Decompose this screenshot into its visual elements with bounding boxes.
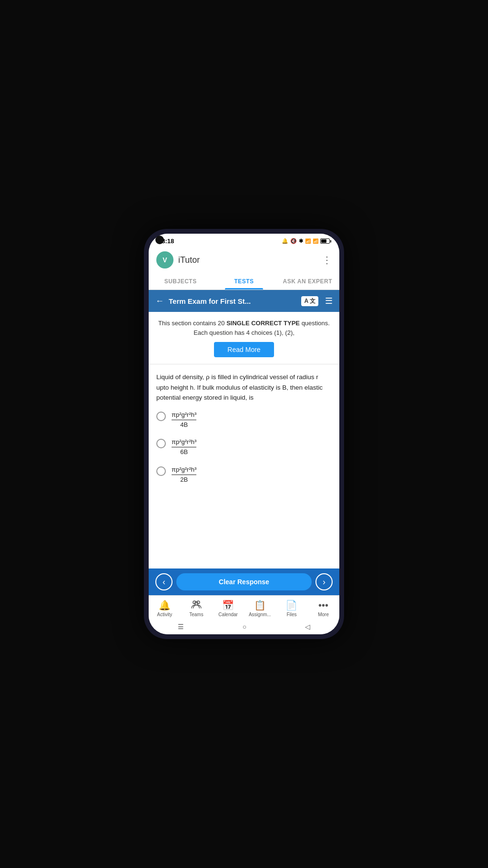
- app-header: V iTutor ⋮: [149, 247, 339, 273]
- battery-icon: [320, 238, 330, 244]
- read-more-button[interactable]: Read More: [214, 342, 274, 357]
- assignments-icon: 📋: [254, 599, 266, 611]
- option-a[interactable]: πp²g²r²h³ 4B: [156, 411, 332, 429]
- info-text: This section contains 20 SINGLE CORRECT …: [156, 319, 332, 337]
- prev-icon: ‹: [163, 577, 165, 587]
- info-box: This section contains 20 SINGLE CORRECT …: [149, 312, 339, 364]
- option-a-formula: πp²g²r²h³ 4B: [172, 411, 196, 429]
- info-text-bold: SINGLE CORRECT TYPE: [226, 320, 300, 327]
- teams-icon: [191, 600, 202, 611]
- mute-icon: 🔇: [290, 238, 297, 244]
- question-text: Liquid of density, ρ is filled in cylind…: [156, 372, 332, 403]
- exam-title: Term Exam for First St...: [169, 297, 296, 305]
- status-icons: 🔔 🔇 ✱ 📶 📶: [282, 238, 330, 244]
- android-home-btn[interactable]: ○: [243, 623, 246, 630]
- option-c-formula: πp²g²r²h³ 2B: [172, 465, 196, 484]
- activity-icon: 🔔: [159, 599, 171, 611]
- option-b[interactable]: πp²g²r²h³ 6B: [156, 438, 332, 456]
- clear-response-button[interactable]: Clear Response: [176, 573, 312, 590]
- option-b-formula: πp²g²r²h³ 6B: [172, 438, 196, 456]
- next-icon: ›: [323, 577, 325, 587]
- option-a-radio[interactable]: [156, 412, 166, 421]
- assignments-label: Assignm...: [249, 612, 271, 617]
- tab-ask-expert-label: ASK AN EXPERT: [283, 278, 332, 285]
- avatar: V: [156, 251, 173, 269]
- prev-question-button[interactable]: ‹: [155, 573, 173, 590]
- android-nav: ☰ ○ ◁: [149, 620, 339, 634]
- bottom-nav: 🔔 Activity Teams 📅 C: [149, 595, 339, 620]
- teams-label: Teams: [189, 612, 203, 617]
- question-area: Liquid of density, ρ is filled in cylind…: [149, 364, 339, 568]
- nav-more[interactable]: ••• More: [312, 600, 336, 617]
- phone-frame: 18:18 🔔 🔇 ✱ 📶 📶 V iTutor ⋮ SUBJECTS: [144, 229, 344, 639]
- nav-activity[interactable]: 🔔 Activity: [152, 599, 176, 617]
- camera-notch: [155, 236, 164, 244]
- option-c[interactable]: πp²g²r²h³ 2B: [156, 465, 332, 484]
- more-label: More: [318, 612, 329, 617]
- tab-tests[interactable]: TESTS: [212, 273, 275, 289]
- option-b-radio[interactable]: [156, 439, 166, 448]
- question-nav-bar: ‹ Clear Response ›: [149, 568, 339, 595]
- info-text-part1: This section contains 20: [158, 320, 226, 327]
- status-bar: 18:18 🔔 🔇 ✱ 📶 📶: [149, 234, 339, 247]
- phone-screen: 18:18 🔔 🔇 ✱ 📶 📶 V iTutor ⋮ SUBJECTS: [149, 234, 339, 634]
- nav-assignments[interactable]: 📋 Assignm...: [248, 599, 272, 617]
- nav-teams[interactable]: Teams: [184, 600, 208, 617]
- options-list: πp²g²r²h³ 4B πp²g²r²h³ 6B: [156, 411, 332, 484]
- signal-icon: 📶: [305, 238, 311, 244]
- files-icon: 📄: [285, 599, 297, 611]
- activity-label: Activity: [157, 612, 172, 617]
- alarm-icon: 🔔: [282, 238, 288, 244]
- back-button[interactable]: ←: [155, 296, 164, 306]
- tab-tests-label: TESTS: [234, 278, 254, 285]
- tab-ask-expert[interactable]: ASK AN EXPERT: [276, 273, 339, 289]
- tab-bar: SUBJECTS TESTS ASK AN EXPERT: [149, 273, 339, 290]
- android-back-btn[interactable]: ◁: [305, 623, 310, 630]
- language-badge[interactable]: A 文: [301, 296, 318, 306]
- tab-subjects-label: SUBJECTS: [164, 278, 197, 285]
- more-icon: •••: [318, 600, 328, 611]
- calendar-label: Calendar: [218, 612, 238, 617]
- tab-subjects[interactable]: SUBJECTS: [149, 273, 212, 289]
- next-question-button[interactable]: ›: [315, 573, 333, 590]
- calendar-icon: 📅: [222, 599, 234, 611]
- android-menu-btn[interactable]: ☰: [178, 623, 184, 630]
- more-menu-icon[interactable]: ⋮: [322, 254, 332, 266]
- files-label: Files: [286, 612, 296, 617]
- bluetooth-icon: ✱: [299, 238, 303, 244]
- nav-calendar[interactable]: 📅 Calendar: [216, 599, 240, 617]
- wifi-icon: 📶: [313, 238, 318, 244]
- option-c-radio[interactable]: [156, 466, 166, 476]
- app-title: iTutor: [178, 255, 317, 265]
- exam-header: ← Term Exam for First St... A 文 ☰: [149, 290, 339, 312]
- exam-menu-icon[interactable]: ☰: [325, 296, 333, 306]
- nav-files[interactable]: 📄 Files: [280, 599, 304, 617]
